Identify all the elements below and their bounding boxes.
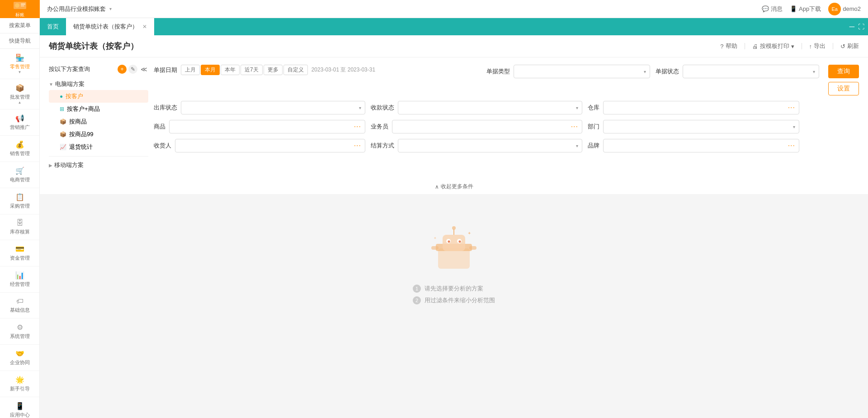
operations-icon: 📊 <box>15 271 24 280</box>
receive-status-arrow: ▾ <box>576 105 578 110</box>
scheme-item-by-product[interactable]: 📦 按商品 <box>49 115 148 128</box>
date-buttons: 上月 本月 本年 近7天 更多 自定义 <box>181 65 308 75</box>
sidebar-item-wholesale[interactable]: 📦 批发管理 ▲ <box>0 79 39 109</box>
message-icon: 💬 <box>762 5 769 12</box>
sidebar-item-system[interactable]: ⚙ 系统管理 <box>0 318 39 345</box>
by-customer-label: 按客户 <box>66 92 83 100</box>
tab-home[interactable]: 首页 <box>40 18 66 35</box>
message-btn[interactable]: 💬 消息 <box>762 5 783 13</box>
empty-tip-2: 2 用过滤条件来缩小分析范围 <box>413 296 495 304</box>
sidebar-item-operations[interactable]: 📊 经营管理 <box>0 266 39 293</box>
purchase-icon: 📋 <box>15 193 24 201</box>
date-btn-last-7[interactable]: 近7天 <box>241 65 263 75</box>
scheme-item-by-customer[interactable]: ● 按客户 <box>49 90 148 103</box>
refresh-btn[interactable]: ↺ 刷新 <box>840 42 859 50</box>
settings-btn[interactable]: 设置 <box>828 82 859 95</box>
quick-nav-label[interactable]: 快捷导航 <box>9 35 31 47</box>
sidebar-item-enterprise[interactable]: 🤝 企业协同 <box>0 345 39 371</box>
date-btn-last-month[interactable]: 上月 <box>181 65 200 75</box>
department-select[interactable]: ▾ <box>603 120 799 133</box>
ecommerce-icon: 🛒 <box>15 166 24 175</box>
receive-status-select[interactable]: ▾ <box>398 101 582 114</box>
scheme-item-by-product-99[interactable]: 📦 按商品99 <box>49 128 148 141</box>
message-label: 消息 <box>771 5 783 13</box>
order-type-select[interactable]: ▾ <box>514 65 650 78</box>
user-avatar: Ea <box>828 3 841 15</box>
svg-text:✦: ✦ <box>467 231 471 236</box>
date-field: 单据日期 上月 本月 本年 近7天 更多 自定义 2023-03-01 至 20… <box>154 65 481 75</box>
by-product-label: 按商品 <box>69 118 87 126</box>
sidebar-item-purchase[interactable]: 📋 采购管理 <box>0 188 39 214</box>
app-download-label: App下载 <box>799 5 821 13</box>
search-menu-label[interactable]: 搜索菜单 <box>9 22 31 29</box>
sidebar-item-inventory[interactable]: 🗄 库存核算 <box>0 214 39 240</box>
refresh-label: 刷新 <box>847 42 859 50</box>
sidebar-item-marketing[interactable]: 📢 营销推广 <box>0 109 39 136</box>
wholesale-arrow: ▲ <box>18 100 22 104</box>
export-btn[interactable]: ↑ 导出 <box>809 42 826 50</box>
content-area: 销货单统计表（按客户） ? 帮助 🖨 按模板打印 ▾ ↑ 导出 <box>40 35 868 418</box>
sidebar-quick-nav[interactable]: 快捷导航 <box>0 33 39 49</box>
ecommerce-label: 电商管理 <box>10 176 30 183</box>
warehouse-select[interactable]: ··· <box>603 101 799 114</box>
consignee-field: 收货人 ··· <box>154 139 365 152</box>
sidebar-item-basics[interactable]: 🏷 基础信息 <box>0 293 39 318</box>
out-status-label: 出库状态 <box>154 104 177 112</box>
scheme-collapse-btn[interactable]: ≪ <box>139 65 148 74</box>
sidebar-item-finance[interactable]: 💳 资金管理 <box>0 240 39 266</box>
scheme-add-btn[interactable]: + <box>118 65 127 74</box>
salesperson-select[interactable]: ··· <box>392 120 582 133</box>
refresh-icon: ↺ <box>840 43 845 50</box>
scheme-edit-btn[interactable]: ✎ <box>128 65 137 74</box>
order-type-label: 单据类型 <box>486 67 510 76</box>
svg-rect-13 <box>431 246 439 250</box>
date-label: 单据日期 <box>154 66 177 74</box>
scheme-group-desktop-header[interactable]: ▼ 电脑端方案 <box>49 78 148 90</box>
out-status-field: 出库状态 ▾ <box>154 101 365 114</box>
sidebar-item-ecommerce[interactable]: 🛒 电商管理 <box>0 162 39 188</box>
user-name: demo2 <box>843 5 861 12</box>
sidebar-search-menu[interactable]: 搜索菜单 <box>0 18 39 33</box>
scheme-group-mobile-header[interactable]: ▶ 移动端方案 <box>49 159 148 171</box>
query-btn[interactable]: 查询 <box>828 65 859 78</box>
app-download-btn[interactable]: 📱 App下载 <box>790 5 821 13</box>
mobile-group-arrow: ▶ <box>49 163 52 168</box>
topbar-dropdown-icon[interactable]: ▾ <box>109 6 112 11</box>
sidebar-item-newbie[interactable]: 🌟 新手引导 <box>0 371 39 397</box>
logo-text: 标账 <box>15 12 24 18</box>
brand-select[interactable]: ··· <box>603 139 799 152</box>
collapse-more-bar[interactable]: ∧ 收起更多条件 <box>40 179 868 194</box>
sidebar-item-sales[interactable]: 💰 销售管理 <box>0 136 39 162</box>
help-btn[interactable]: ? 帮助 <box>720 42 737 50</box>
date-btn-this-month[interactable]: 本月 <box>201 65 220 75</box>
by-customer-product-label: 按客户+商品 <box>67 105 100 113</box>
tab-close-btn[interactable]: ✕ <box>142 24 147 30</box>
date-btn-custom[interactable]: 自定义 <box>283 65 308 75</box>
scheme-item-return-stats[interactable]: 📈 退货统计 <box>49 141 148 153</box>
help-icon: ? <box>720 43 723 50</box>
tab-minimize-icon[interactable]: ─ <box>849 23 854 31</box>
order-status-select[interactable]: ▾ <box>683 65 819 78</box>
order-status-label: 单据状态 <box>656 67 679 76</box>
tab-maximize-icon[interactable]: ⛶ <box>858 23 864 30</box>
user-menu[interactable]: Ea demo2 <box>828 3 861 15</box>
date-btn-more[interactable]: 更多 <box>264 65 283 75</box>
receive-status-label: 收款状态 <box>371 104 394 112</box>
tab-sales-stat[interactable]: 销货单统计表（按客户） ✕ <box>66 18 154 35</box>
by-product-99-label: 按商品99 <box>69 130 93 138</box>
consignee-select[interactable]: ··· <box>175 139 365 152</box>
scheme-item-by-customer-product[interactable]: ⊞ 按客户+商品 <box>49 103 148 115</box>
print-btn[interactable]: 🖨 按模板打印 ▾ <box>752 42 794 50</box>
order-type-arrow: ▾ <box>644 69 646 74</box>
sidebar-item-retail[interactable]: 🏪 零售管理 ▼ <box>0 49 39 79</box>
date-btn-this-year[interactable]: 本年 <box>221 65 240 75</box>
salesperson-field: 业务员 ··· <box>371 120 582 133</box>
empty-illustration: ✦ ✦ <box>427 221 481 276</box>
empty-state: ✦ ✦ 1 请先选择要分析的方案 2 用过滤条件来缩小分析范围 <box>40 194 868 332</box>
product-select[interactable]: ··· <box>169 120 365 133</box>
settlement-select[interactable]: ▾ <box>398 139 582 152</box>
settlement-field: 结算方式 ▾ <box>371 139 582 152</box>
sidebar-item-appcenter[interactable]: 📱 应用中心 <box>0 397 39 418</box>
out-status-select[interactable]: ▾ <box>181 101 365 114</box>
filter-action-buttons: 查询 设置 <box>828 65 859 95</box>
